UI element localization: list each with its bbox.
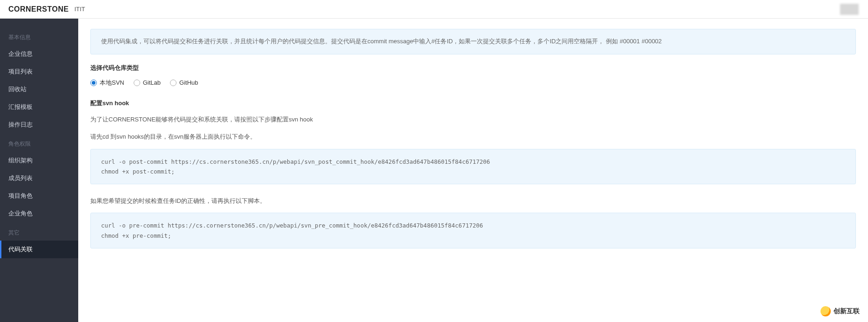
- top-header: CORNERSTONE ITIT: [0, 0, 868, 19]
- sidebar: 基本信息 企业信息 项目列表 回收站 汇报模板 操作日志 角色权限 组织架构 成…: [0, 19, 78, 322]
- watermark-text: 创新互联: [834, 307, 860, 315]
- repo-type-radio-group: 本地SVN GitLab GitHub: [90, 79, 856, 87]
- radio-label: GitLab: [143, 79, 161, 86]
- sidebar-item-operation-log[interactable]: 操作日志: [0, 116, 78, 134]
- radio-local-svn[interactable]: 本地SVN: [90, 79, 124, 87]
- config-desc-2: 请先cd 到svn hooks的目录，在svn服务器上面执行以下命令。: [90, 131, 856, 142]
- radio-icon: [134, 80, 140, 86]
- code-block-pre-commit: curl -o pre-commit https://cs.cornerston…: [90, 213, 856, 248]
- radio-icon: [90, 80, 97, 86]
- config-heading: 配置svn hook: [90, 99, 856, 107]
- radio-github[interactable]: GitHub: [170, 79, 198, 86]
- sidebar-item-company-info[interactable]: 企业信息: [0, 45, 78, 63]
- config-desc-3: 如果您希望提交的时候检查任务ID的正确性，请再执行以下脚本。: [90, 195, 856, 206]
- sidebar-section-role: 角色权限: [0, 134, 78, 152]
- radio-label: 本地SVN: [100, 79, 124, 87]
- team-name: ITIT: [75, 6, 85, 13]
- sidebar-item-code-link[interactable]: 代码关联: [0, 241, 78, 258]
- sidebar-item-report-template[interactable]: 汇报模板: [0, 98, 78, 116]
- main-content: 使用代码集成，可以将代码提交和任务进行关联，并且统计每个用户的代码提交信息。提交…: [78, 19, 868, 322]
- sidebar-section-other: 其它: [0, 222, 78, 241]
- radio-icon: [170, 80, 176, 86]
- sidebar-item-project-role[interactable]: 项目角色: [0, 187, 78, 205]
- info-banner: 使用代码集成，可以将代码提交和任务进行关联，并且统计每个用户的代码提交信息。提交…: [90, 29, 856, 54]
- watermark-icon: [821, 306, 831, 316]
- sidebar-section-basic: 基本信息: [0, 27, 78, 45]
- sidebar-item-member-list[interactable]: 成员列表: [0, 169, 78, 187]
- radio-label: GitHub: [179, 79, 198, 86]
- avatar[interactable]: [840, 4, 859, 15]
- code-block-post-commit: curl -o post-commit https://cs.cornersto…: [90, 149, 856, 185]
- logo-text: CORNERSTONE: [8, 5, 69, 13]
- sidebar-item-recycle-bin[interactable]: 回收站: [0, 80, 78, 98]
- radio-gitlab[interactable]: GitLab: [134, 79, 161, 86]
- sidebar-item-org-structure[interactable]: 组织架构: [0, 152, 78, 169]
- repo-type-heading: 选择代码仓库类型: [90, 64, 856, 72]
- sidebar-item-company-role[interactable]: 企业角色: [0, 205, 78, 222]
- sidebar-item-project-list[interactable]: 项目列表: [0, 63, 78, 80]
- config-desc-1: 为了让CORNERSTONE能够将代码提交和系统关联，请按照以下步骤配置svn …: [90, 114, 856, 125]
- watermark: 创新互联: [821, 306, 860, 316]
